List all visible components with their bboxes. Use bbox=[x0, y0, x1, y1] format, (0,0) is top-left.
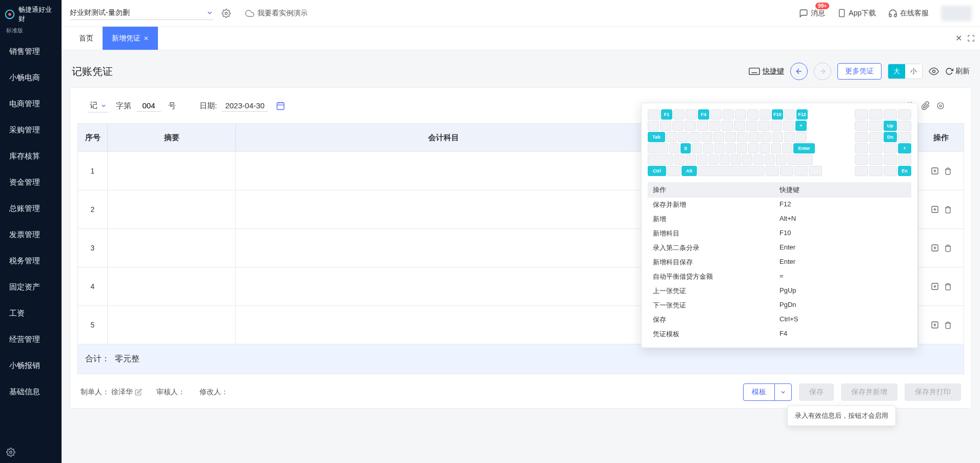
sidebar-item-9[interactable]: 固定资产 bbox=[0, 274, 62, 300]
sidebar-item-1[interactable]: 小畅电商 bbox=[0, 65, 62, 91]
add-row-icon[interactable] bbox=[931, 282, 939, 291]
calendar-icon[interactable] bbox=[276, 101, 285, 110]
close-icon[interactable]: ✕ bbox=[144, 35, 149, 42]
delete-row-icon[interactable] bbox=[944, 321, 952, 329]
date-value[interactable]: 2023-04-30 bbox=[222, 100, 268, 112]
phone-icon bbox=[837, 9, 846, 17]
account-cell[interactable] bbox=[236, 306, 652, 344]
voucher-number-input[interactable] bbox=[136, 100, 161, 112]
delete-row-icon[interactable] bbox=[944, 167, 952, 175]
delete-row-icon[interactable] bbox=[944, 244, 952, 252]
edit-icon[interactable] bbox=[135, 389, 142, 396]
tab-new-voucher[interactable]: 新增凭证 ✕ bbox=[103, 27, 158, 50]
summary-cell[interactable] bbox=[108, 267, 236, 305]
add-row-icon[interactable] bbox=[931, 167, 939, 175]
row-ops bbox=[918, 306, 964, 344]
sidebar-item-5[interactable]: 资金管理 bbox=[0, 169, 62, 196]
maker-name: 徐泽华 bbox=[111, 388, 133, 397]
shortcut-row: 新增Alt+N bbox=[648, 212, 911, 226]
summary-cell[interactable] bbox=[108, 306, 236, 344]
svg-point-3 bbox=[225, 12, 228, 14]
modifier-label: 修改人： bbox=[199, 388, 228, 397]
eye-icon[interactable] bbox=[929, 66, 939, 76]
add-row-icon[interactable] bbox=[931, 321, 939, 329]
size-small-button[interactable]: 小 bbox=[905, 64, 922, 79]
messages-link[interactable]: 消息 99+ bbox=[799, 9, 825, 18]
maker-label: 制单人： bbox=[81, 388, 109, 397]
prev-voucher-button[interactable] bbox=[790, 63, 808, 80]
row-index: 5 bbox=[78, 306, 108, 344]
org-selector[interactable]: 好业财测试-量勿删 bbox=[70, 6, 213, 20]
shortcut-row: 下一张凭证PgDn bbox=[648, 298, 911, 313]
keyboard-icon bbox=[749, 67, 760, 75]
sidebar-item-7[interactable]: 发票管理 bbox=[0, 222, 62, 248]
attachment-icon[interactable] bbox=[921, 101, 930, 110]
row-ops bbox=[918, 229, 964, 267]
row-ops bbox=[918, 267, 964, 305]
avatar[interactable] bbox=[941, 6, 972, 21]
svg-rect-4 bbox=[839, 9, 845, 16]
add-row-icon[interactable] bbox=[931, 244, 939, 252]
size-toggle: 大 小 bbox=[888, 64, 923, 79]
account-cell[interactable] bbox=[236, 152, 652, 190]
size-large-button[interactable]: 大 bbox=[888, 64, 905, 79]
sidebar-item-6[interactable]: 总账管理 bbox=[0, 196, 62, 222]
shortcut-row: 自动平衡借贷方金额= bbox=[648, 269, 911, 284]
summary-cell[interactable] bbox=[108, 190, 236, 228]
messages-label: 消息 bbox=[811, 9, 825, 18]
account-cell[interactable] bbox=[236, 267, 652, 305]
shortcut-row: 保存Ctrl+S bbox=[648, 313, 911, 327]
sidebar-item-10[interactable]: 工资 bbox=[0, 300, 62, 326]
voucher-type-select[interactable]: 记 bbox=[88, 99, 109, 112]
chevron-down-icon[interactable] bbox=[774, 384, 791, 400]
template-button[interactable]: 模板 bbox=[743, 383, 792, 401]
sidebar-item-2[interactable]: 电商管理 bbox=[0, 91, 62, 117]
refresh-button[interactable]: 刷新 bbox=[945, 67, 970, 76]
row-index: 4 bbox=[78, 267, 108, 305]
brand-edition: 标准版 bbox=[0, 27, 62, 38]
delete-row-icon[interactable] bbox=[944, 283, 952, 291]
tabbar-expand-icon[interactable] bbox=[967, 34, 975, 42]
demo-label: 我要看实例演示 bbox=[257, 9, 308, 18]
refresh-icon bbox=[945, 67, 953, 75]
row-ops bbox=[918, 190, 964, 228]
shortcut-row: 新增科目保存Enter bbox=[648, 255, 911, 269]
save-button: 保存 bbox=[799, 383, 834, 401]
sidebar-item-4[interactable]: 库存核算 bbox=[0, 143, 62, 169]
support-label: 在线客服 bbox=[900, 9, 929, 18]
account-cell[interactable] bbox=[236, 190, 652, 228]
support-link[interactable]: 在线客服 bbox=[888, 9, 929, 18]
shortcut-row: 新增科目F10 bbox=[648, 226, 911, 241]
col-op: 操作 bbox=[918, 124, 964, 151]
svg-point-20 bbox=[937, 103, 944, 109]
sidebar-item-0[interactable]: 销售管理 bbox=[0, 38, 62, 65]
col-account: 会计科目 bbox=[236, 124, 652, 151]
settings-icon[interactable] bbox=[222, 9, 231, 18]
auditor-label: 审核人： bbox=[156, 388, 185, 397]
tabbar-close-icon[interactable]: ✕ bbox=[955, 33, 962, 43]
sidebar-item-12[interactable]: 小畅报销 bbox=[0, 353, 62, 379]
tab-home[interactable]: 首页 bbox=[70, 27, 103, 50]
account-cell[interactable] bbox=[236, 229, 652, 267]
cloud-icon bbox=[245, 9, 254, 18]
row-index: 1 bbox=[78, 152, 108, 190]
sidebar-item-3[interactable]: 采购管理 bbox=[0, 117, 62, 143]
voucher-settings-icon[interactable] bbox=[936, 102, 945, 110]
sidebar-item-8[interactable]: 税务管理 bbox=[0, 248, 62, 274]
date-label: 日期: bbox=[199, 101, 217, 111]
page-title: 记账凭证 bbox=[72, 65, 113, 79]
download-link[interactable]: App下载 bbox=[837, 9, 876, 18]
svg-point-14 bbox=[933, 70, 935, 73]
shortcut-row: 凭证模板F4 bbox=[648, 327, 911, 341]
add-row-icon[interactable] bbox=[931, 205, 939, 214]
shortcut-link[interactable]: 快捷键 bbox=[749, 67, 784, 76]
demo-link[interactable]: 我要看实例演示 bbox=[245, 9, 308, 18]
more-vouchers-button[interactable]: 更多凭证 bbox=[837, 63, 882, 80]
sidebar-item-11[interactable]: 经营管理 bbox=[0, 326, 62, 353]
delete-row-icon[interactable] bbox=[944, 206, 952, 214]
next-voucher-button[interactable] bbox=[814, 63, 831, 80]
sidebar-item-13[interactable]: 基础信息 bbox=[0, 379, 62, 405]
sidebar-settings[interactable] bbox=[0, 441, 62, 463]
summary-cell[interactable] bbox=[108, 152, 236, 190]
summary-cell[interactable] bbox=[108, 229, 236, 267]
